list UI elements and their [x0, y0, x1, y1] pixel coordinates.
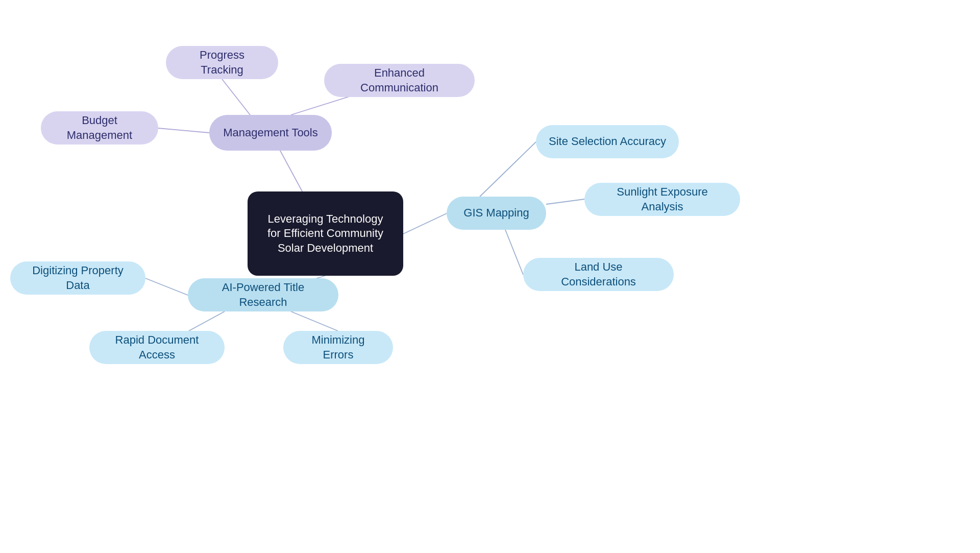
site-selection-node: Site Selection Accuracy: [536, 125, 679, 158]
progress-tracking-label: Progress Tracking: [178, 48, 266, 77]
budget-management-label: Budget Management: [53, 113, 146, 142]
management-tools-node: Management Tools: [209, 115, 332, 151]
center-node: Leveraging Technology for Efficient Comm…: [248, 191, 403, 276]
progress-tracking-node: Progress Tracking: [166, 46, 278, 79]
rapid-document-label: Rapid Document Access: [102, 333, 212, 362]
svg-line-4: [403, 213, 447, 234]
budget-management-node: Budget Management: [41, 111, 158, 145]
svg-line-7: [505, 230, 523, 275]
sunlight-exposure-label: Sunlight Exposure Analysis: [597, 185, 728, 214]
svg-line-5: [480, 142, 536, 197]
enhanced-communication-label: Enhanced Communication: [336, 66, 462, 95]
svg-line-6: [546, 199, 584, 204]
center-label: Leveraging Technology for Efficient Comm…: [260, 212, 391, 256]
gis-mapping-label: GIS Mapping: [463, 206, 529, 221]
gis-mapping-node: GIS Mapping: [447, 197, 546, 230]
land-use-node: Land Use Considerations: [523, 258, 674, 291]
enhanced-communication-node: Enhanced Communication: [324, 64, 475, 97]
digitizing-property-node: Digitizing Property Data: [10, 261, 145, 295]
land-use-label: Land Use Considerations: [535, 260, 662, 289]
svg-line-1: [222, 79, 250, 115]
svg-line-9: [145, 278, 188, 295]
svg-line-10: [189, 311, 225, 331]
connections-svg: [0, 0, 980, 553]
site-selection-label: Site Selection Accuracy: [549, 134, 666, 149]
svg-line-11: [291, 311, 338, 331]
rapid-document-node: Rapid Document Access: [89, 331, 225, 364]
ai-title-research-node: AI-Powered Title Research: [188, 278, 338, 311]
digitizing-property-label: Digitizing Property Data: [22, 263, 133, 293]
sunlight-exposure-node: Sunlight Exposure Analysis: [584, 183, 740, 216]
minimizing-errors-label: Minimizing Errors: [296, 333, 381, 362]
minimizing-errors-node: Minimizing Errors: [283, 331, 393, 364]
ai-title-research-label: AI-Powered Title Research: [200, 280, 326, 309]
svg-line-3: [158, 128, 209, 133]
management-tools-label: Management Tools: [223, 126, 318, 140]
